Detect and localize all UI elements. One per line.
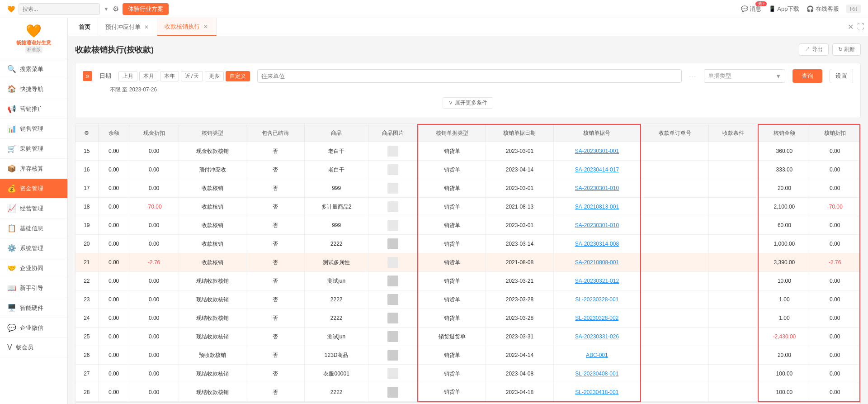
table-row[interactable]: 27 0.00 0.00 现结收款核销 否 衣服00001 销货单 2023-0… bbox=[75, 365, 860, 383]
sidebar-item-nav[interactable]: 🏠 快捷导航 bbox=[0, 79, 67, 99]
cell-wo-doc-no[interactable]: SA-20230321-012 bbox=[553, 272, 641, 290]
cell-wo-doc-no[interactable]: SL-20230328-002 bbox=[553, 309, 641, 328]
search-input[interactable] bbox=[19, 3, 100, 15]
table-row[interactable]: 24 0.00 0.00 现结收款核销 否 2222 销货单 2023-03-2… bbox=[75, 309, 860, 328]
date-btn-more[interactable]: 更多 bbox=[205, 71, 224, 81]
tab-writeoff-close[interactable]: ✕ bbox=[203, 23, 209, 31]
sidebar-item-marketing[interactable]: 📢 营销推广 bbox=[0, 99, 67, 119]
gear-icon[interactable]: ⚙ bbox=[84, 130, 89, 136]
user-menu[interactable]: Rit bbox=[846, 5, 861, 13]
app-download-btn[interactable]: 📱 App下载 bbox=[769, 5, 799, 13]
table-row[interactable]: 28 0.00 0.00 现结收款核销 否 2222 销货单 2023-04-1… bbox=[75, 383, 860, 402]
service-btn[interactable]: 🎧 在线客服 bbox=[807, 5, 839, 13]
collapse-btn[interactable]: » bbox=[83, 71, 92, 81]
cell-cash-discount: -2.76 bbox=[129, 253, 179, 272]
cell-wo-doc-no[interactable]: SA-20230314-008 bbox=[553, 235, 641, 253]
filter-settings-btn[interactable]: 设置 bbox=[830, 69, 853, 83]
sidebar-item-system[interactable]: ⚙️ 系统管理 bbox=[0, 238, 67, 258]
type-select[interactable]: 单据类型 ▼ bbox=[704, 69, 785, 83]
sidebar-item-vip-label: 畅会员 bbox=[16, 343, 33, 352]
date-btn-custom[interactable]: 自定义 bbox=[226, 71, 250, 81]
cell-goods: 测试jun bbox=[305, 328, 368, 346]
cell-wo-doc-no[interactable]: SL-20230408-001 bbox=[553, 365, 641, 383]
cell-wo-doc-no[interactable]: SA-20230301-001 bbox=[553, 142, 641, 161]
cell-wo-doc-no[interactable]: SA-20230301-010 bbox=[553, 216, 641, 235]
cell-receipt-order-no bbox=[641, 198, 708, 216]
cell-write-off-type: 现结收款核销 bbox=[179, 365, 246, 383]
table-row[interactable]: 16 0.00 0.00 预付冲应收 否 老白干 销货单 2023-04-14 … bbox=[75, 161, 860, 179]
table-row[interactable]: 19 0.00 0.00 收款核销 否 999 销货单 2023-03-01 S… bbox=[75, 216, 860, 235]
cell-receipt-condition bbox=[708, 328, 758, 346]
sidebar-item-basic[interactable]: 📋 基础信息 bbox=[0, 219, 67, 238]
enterprise-icon: 🤝 bbox=[7, 264, 16, 272]
cell-wo-doc-no[interactable]: SA-20230301-010 bbox=[553, 179, 641, 198]
cell-wo-doc-no[interactable]: SA-20210813-001 bbox=[553, 198, 641, 216]
tab-prepay[interactable]: 预付冲应付单 ✕ bbox=[98, 18, 157, 36]
table-row[interactable]: 15 0.00 0.00 现金收款核销 否 老白干 销货单 2023-03-01… bbox=[75, 142, 860, 161]
table-row[interactable]: 20 0.00 0.00 收款核销 否 2222 销货单 2023-03-14 … bbox=[75, 235, 860, 253]
cell-receipt-condition bbox=[708, 290, 758, 309]
date-btn-last-month[interactable]: 上月 bbox=[118, 71, 137, 81]
date-btn-this-year[interactable]: 本年 bbox=[160, 71, 179, 81]
sidebar-item-vip[interactable]: V 畅会员 bbox=[0, 338, 67, 357]
cell-wo-doc-no[interactable]: SL-20230328-001 bbox=[553, 290, 641, 309]
table-row[interactable]: 22 0.00 0.00 现结收款核销 否 测试jun 销货单 2023-03-… bbox=[75, 272, 860, 290]
cell-goods: 123D商品 bbox=[305, 346, 368, 365]
cell-no: 20 bbox=[75, 235, 98, 253]
refresh-btn[interactable]: ↻ 刷新 bbox=[832, 43, 861, 56]
date-btn-this-month[interactable]: 本月 bbox=[139, 71, 158, 81]
tab-bar: 首页 预付冲应付单 ✕ 收款核销执行 ✕ ✕ ⛶ bbox=[68, 18, 868, 36]
cell-goods-img bbox=[368, 346, 418, 365]
cell-cash-discount: 0.00 bbox=[129, 346, 179, 365]
export-btn[interactable]: ↗ 导出 bbox=[799, 43, 828, 56]
cell-write-off-type: 收款核销 bbox=[179, 198, 246, 216]
date-btn-7days[interactable]: 近7天 bbox=[181, 71, 203, 81]
sidebar-item-hardware[interactable]: 🖥️ 智能硬件 bbox=[0, 298, 67, 318]
unit-input[interactable] bbox=[257, 69, 682, 83]
cell-cash-discount: 0.00 bbox=[129, 383, 179, 402]
message-btn[interactable]: 💬 消息 99+ bbox=[741, 5, 762, 13]
sidebar-item-enterprise[interactable]: 🤝 企业协同 bbox=[0, 258, 67, 278]
sidebar: 🧡 畅捷通谱好生意 标准版 🔍 搜索菜单 🏠 快捷导航 📢 营销推广 📊 销售管… bbox=[0, 18, 68, 404]
sidebar-item-operation[interactable]: 📈 经营管理 bbox=[0, 199, 67, 219]
cell-include-settled: 否 bbox=[246, 253, 305, 272]
sidebar-item-purchase[interactable]: 🛒 采购管理 bbox=[0, 139, 67, 159]
table-row[interactable]: 25 0.00 0.00 现结收款核销 否 测试jun 销货退货单 2023-0… bbox=[75, 328, 860, 346]
table-row[interactable]: 26 0.00 0.00 预收款核销 否 123D商品 销货单 2022-04-… bbox=[75, 346, 860, 365]
sidebar-item-wechat[interactable]: 💬 企业微信 bbox=[0, 318, 67, 338]
maximize-window-icon[interactable]: ⛶ bbox=[857, 23, 864, 31]
cell-wo-doc-no[interactable]: SA-20210808-001 bbox=[553, 253, 641, 272]
sidebar-item-inventory[interactable]: 📦 库存核算 bbox=[0, 159, 67, 179]
sidebar-item-finance[interactable]: 💰 资金管理 bbox=[0, 179, 67, 199]
cell-wo-discount: 0.00 bbox=[810, 235, 860, 253]
cell-write-off-type: 收款核销 bbox=[179, 235, 246, 253]
trial-btn[interactable]: 体验行业方案 bbox=[123, 3, 169, 15]
purchase-icon: 🛒 bbox=[7, 144, 16, 153]
sidebar-item-purchase-label: 采购管理 bbox=[20, 145, 43, 153]
table-row[interactable]: 18 0.00 -70.00 收款核销 否 多计量商品2 销货单 2021-08… bbox=[75, 198, 860, 216]
tab-home[interactable]: 首页 bbox=[71, 18, 98, 36]
cell-goods: 2222 bbox=[305, 383, 368, 402]
tab-writeoff[interactable]: 收款核销执行 ✕ bbox=[157, 18, 217, 36]
table-row[interactable]: 23 0.00 0.00 现结收款核销 否 2222 销货单 2023-03-2… bbox=[75, 290, 860, 309]
cell-no: 27 bbox=[75, 365, 98, 383]
cell-wo-doc-no[interactable]: SL-20230418-001 bbox=[553, 383, 641, 402]
expand-more-btn[interactable]: ∨ 展开更多条件 bbox=[443, 97, 493, 109]
cell-include-settled: 否 bbox=[246, 328, 305, 346]
sidebar-item-search[interactable]: 🔍 搜索菜单 bbox=[0, 59, 67, 79]
cell-wo-doc-no[interactable]: SA-20230414-017 bbox=[553, 161, 641, 179]
cell-wo-doc-no[interactable]: SA-20230331-026 bbox=[553, 328, 641, 346]
query-btn[interactable]: 查询 bbox=[793, 69, 822, 83]
settings-icon[interactable]: ⚙ bbox=[113, 5, 119, 13]
sidebar-item-sales[interactable]: 📊 销售管理 bbox=[0, 119, 67, 139]
tab-prepay-close[interactable]: ✕ bbox=[143, 23, 150, 31]
cell-wo-doc-type: 销货单 bbox=[418, 346, 486, 365]
data-table: ⚙ 余额 现金折扣 核销类型 包含已结清 商品 商品图片 核销单据类型 核销单据… bbox=[75, 124, 860, 402]
table-row[interactable]: 21 0.00 -2.76 收款核销 否 测试多属性 销货单 2021-08-0… bbox=[75, 253, 860, 272]
cell-wo-doc-no[interactable]: ABC-001 bbox=[553, 346, 641, 365]
message-icon: 💬 bbox=[741, 5, 748, 12]
close-window-icon[interactable]: ✕ bbox=[848, 23, 854, 31]
table-row[interactable]: 17 0.00 0.00 收款核销 否 999 销货单 2023-03-01 S… bbox=[75, 179, 860, 198]
sidebar-item-guide[interactable]: 📖 新手引导 bbox=[0, 278, 67, 298]
cell-write-off-type: 现结收款核销 bbox=[179, 290, 246, 309]
